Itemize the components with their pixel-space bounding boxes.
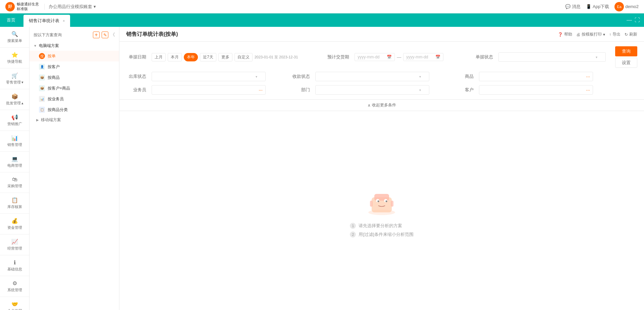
main-layout: 🔍 搜索菜单 ⭐ 快捷导航 🛒 零售管理▾ 📦 批发管理▴ 📢 营销推广 📊 销… bbox=[0, 27, 644, 310]
by-cust-goods-icon: 📦 bbox=[39, 85, 45, 91]
wholesale-icon: 📦 bbox=[11, 93, 18, 100]
scheme-item-by-order[interactable]: 按 按单 bbox=[30, 51, 119, 61]
scheme-item-by-category[interactable]: 📋 按商品分类 bbox=[30, 104, 119, 115]
sidebar-item-wholesale[interactable]: 📦 批发管理▴ bbox=[0, 89, 29, 110]
sidebar-item-search[interactable]: 🔍 搜索菜单 bbox=[0, 27, 29, 48]
sidebar-item-operations[interactable]: 📈 经营管理 bbox=[0, 235, 29, 255]
right-panel: 销售订单统计表(按单) ❓ 帮助 🖨 按模板打印 ▾ ↑ 导出 bbox=[119, 27, 644, 310]
refresh-button[interactable]: ↻ 刷新 bbox=[625, 32, 637, 37]
finance-icon: 💰 bbox=[11, 218, 18, 224]
tabbar: 首页 销售订单统计表 × — ⛶ bbox=[0, 13, 644, 27]
help-button[interactable]: ❓ 帮助 bbox=[558, 32, 572, 37]
tab-minimize-icon[interactable]: — bbox=[627, 17, 632, 23]
date-btn-more[interactable]: 更多 bbox=[218, 53, 232, 61]
sidebar-item-system[interactable]: ⚙ 系统管理 bbox=[0, 276, 29, 297]
delivery-label: 出库状态 bbox=[126, 73, 146, 80]
payment-select[interactable]: ▾ bbox=[315, 72, 429, 81]
chevron-down-icon: ▼ bbox=[34, 44, 37, 48]
sidebar-item-ecommerce[interactable]: 💻 电商管理 bbox=[0, 152, 29, 172]
filter-row-3: 业务员 ··· 部门 ▾ 客户 ··· bbox=[126, 85, 637, 95]
sidebar-item-finance[interactable]: 💰 资金管理 bbox=[0, 214, 29, 235]
customer-input[interactable]: ··· bbox=[479, 85, 593, 95]
tab-maximize-icon[interactable]: ⛶ bbox=[635, 17, 640, 23]
collapse-bar[interactable]: ∧ 收起更多条件 bbox=[119, 100, 644, 111]
search-icon: 🔍 bbox=[11, 31, 18, 37]
sidebar-item-enterprise[interactable]: 🤝 企业协同 bbox=[0, 297, 29, 310]
customer-dotdot[interactable]: ··· bbox=[586, 87, 590, 93]
tab-active[interactable]: 销售订单统计表 × bbox=[23, 15, 70, 27]
export-button[interactable]: ↑ 导出 bbox=[609, 32, 621, 37]
settings-button[interactable]: 设置 bbox=[615, 58, 637, 68]
filter-row-2: 出库状态 ▾ 收款状态 ▾ 商品 ··· bbox=[126, 72, 637, 81]
mobile-scheme-group: ▶ 移动端方案 bbox=[30, 115, 119, 125]
topbar-right: 💬 消息 📱 App下载 Ea demo2 bbox=[565, 2, 639, 11]
left-panel-header: 按以下方案查询 + ✎ 《 bbox=[30, 30, 119, 41]
scheme-item-by-customer-goods[interactable]: 📦 按客户+商品 bbox=[30, 83, 119, 94]
scheme-item-by-goods[interactable]: 📦 按商品 bbox=[30, 72, 119, 83]
app-download-button[interactable]: 📱 App下载 bbox=[586, 4, 609, 10]
query-button[interactable]: 查询 bbox=[615, 46, 637, 56]
sidebar-item-inventory[interactable]: 📋 库存核算 bbox=[0, 193, 29, 214]
by-staff-icon: 📊 bbox=[39, 96, 45, 102]
dept-label: 部门 bbox=[290, 87, 310, 93]
sidebar-item-purchase[interactable]: 🛍 采购管理 bbox=[0, 172, 29, 193]
svg-rect-8 bbox=[391, 201, 393, 207]
app-selector[interactable]: 办公用品行业模拟账套 ▾ bbox=[44, 4, 96, 10]
sidebar-item-quick-nav[interactable]: ⭐ 快捷导航 bbox=[0, 48, 29, 68]
date-btn-this-month[interactable]: 本月 bbox=[168, 53, 182, 61]
user-menu[interactable]: Ea demo2 bbox=[614, 2, 639, 11]
collapse-icon: ∧ bbox=[368, 103, 371, 108]
topbar: 好 畅捷通好生意 标准版 办公用品行业模拟账套 ▾ 💬 消息 📱 App下载 E… bbox=[0, 0, 644, 13]
print-chevron-icon: ▾ bbox=[603, 32, 605, 37]
sidebar-item-retail[interactable]: 🛒 零售管理▾ bbox=[0, 68, 29, 89]
staff-input[interactable]: ··· bbox=[152, 85, 266, 95]
staff-dotdot[interactable]: ··· bbox=[259, 87, 263, 93]
purchase-icon: 🛍 bbox=[12, 176, 17, 183]
download-icon: 📱 bbox=[586, 4, 591, 9]
empty-tips: 1 请先选择要分析的方案 2 用[过滤]条件来缩小分析范围 bbox=[350, 223, 413, 238]
page-header: 销售订单统计表(按单) ❓ 帮助 🖨 按模板打印 ▾ ↑ 导出 bbox=[119, 27, 644, 42]
goods-input[interactable]: ··· bbox=[479, 72, 593, 81]
sidebar-item-marketing[interactable]: 📢 营销推广 bbox=[0, 110, 29, 131]
mobile-group-title[interactable]: ▶ 移动端方案 bbox=[30, 115, 119, 125]
edit-scheme-button[interactable]: ✎ bbox=[102, 32, 108, 38]
expected-date-label: 预计交货期 bbox=[327, 54, 349, 60]
by-category-icon: 📋 bbox=[39, 107, 45, 113]
export-icon: ↑ bbox=[609, 32, 611, 37]
chevron-up-icon: ▴ bbox=[21, 101, 23, 105]
date-btn-custom[interactable]: 自定义 bbox=[234, 53, 253, 61]
by-order-icon: 按 bbox=[39, 53, 45, 59]
enterprise-icon: 🤝 bbox=[11, 301, 18, 307]
empty-tip-1: 1 请先选择要分析的方案 bbox=[350, 223, 413, 229]
logo-icon: 好 bbox=[5, 2, 15, 11]
status-select[interactable]: ▾ bbox=[498, 52, 606, 62]
print-button[interactable]: 🖨 按模板打印 ▾ bbox=[576, 32, 605, 37]
sidebar-item-basic-info[interactable]: ℹ 基础信息 bbox=[0, 255, 29, 276]
expected-date-start[interactable]: yyyy-mm-dd 📅 bbox=[355, 53, 395, 61]
refresh-icon: ↻ bbox=[625, 32, 628, 37]
delivery-select[interactable]: ▾ bbox=[152, 72, 266, 81]
empty-illustration bbox=[362, 184, 402, 217]
add-scheme-button[interactable]: + bbox=[93, 32, 100, 38]
scheme-item-by-staff[interactable]: 📊 按业务员 bbox=[30, 94, 119, 104]
expected-date-end[interactable]: yyyy-mm-dd 📅 bbox=[403, 53, 443, 61]
goods-dotdot[interactable]: ··· bbox=[586, 74, 590, 79]
date-btn-7days[interactable]: 近7天 bbox=[200, 53, 216, 61]
collapse-panel-button[interactable]: 《 bbox=[110, 32, 115, 38]
filter-area: 单据日期 上月 本月 本年 近7天 更多 自定义 2023-01-01 至 20… bbox=[119, 42, 644, 100]
status-select-arrow: ▾ bbox=[596, 55, 597, 59]
date-range-text: 2023-01-01 至 2023-12-31 bbox=[255, 55, 298, 60]
sidebar-item-sales[interactable]: 📊 销售管理 bbox=[0, 131, 29, 152]
dept-select[interactable]: ▾ bbox=[315, 85, 429, 95]
retail-icon: 🛒 bbox=[11, 72, 18, 79]
date-btn-this-year[interactable]: 本年 bbox=[184, 53, 198, 61]
scheme-item-by-customer[interactable]: 👤 按客户 bbox=[30, 61, 119, 72]
tab-close-icon[interactable]: × bbox=[63, 19, 65, 23]
message-button[interactable]: 💬 消息 bbox=[565, 4, 581, 10]
page-title: 销售订单统计表(按单) bbox=[126, 31, 178, 38]
date-btn-last-month[interactable]: 上月 bbox=[152, 53, 166, 61]
tab-home[interactable]: 首页 bbox=[0, 13, 22, 27]
staff-label: 业务员 bbox=[126, 87, 146, 93]
pc-group-title[interactable]: ▼ 电脑端方案 bbox=[30, 41, 119, 51]
sidebar: 🔍 搜索菜单 ⭐ 快捷导航 🛒 零售管理▾ 📦 批发管理▴ 📢 营销推广 📊 销… bbox=[0, 27, 30, 310]
